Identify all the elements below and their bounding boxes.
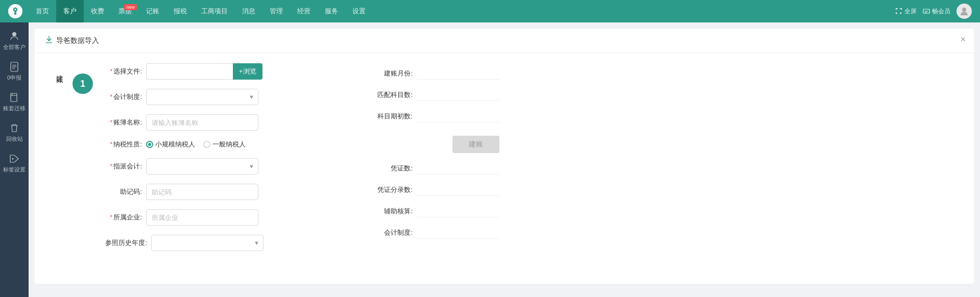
svg-point-6 xyxy=(12,158,14,160)
build-account-btn[interactable]: 建账 xyxy=(452,136,499,153)
nav-home[interactable]: 首页 xyxy=(29,0,56,22)
voucher-records-label: 凭证分录数: xyxy=(367,185,413,194)
form-fields: *选择文件: +浏览 *会计制度: xyxy=(101,63,346,260)
file-icon xyxy=(9,61,20,72)
close-btn[interactable]: × xyxy=(960,35,966,44)
aux-accounting-value xyxy=(417,205,499,217)
nav-items: 首页 客户 收费 票据 new 记账 报税 工商项目 消息 管理 经营 服务 设… xyxy=(29,0,895,22)
account-name-row: *账簿名称: xyxy=(101,114,346,131)
avatar[interactable] xyxy=(957,4,972,19)
assign-accountant-select[interactable] xyxy=(146,158,258,175)
tax-general-option[interactable]: 一般纳税人 xyxy=(203,140,246,149)
right-accounting-system-value xyxy=(417,227,499,239)
file-input[interactable] xyxy=(146,63,233,80)
nav-fee[interactable]: 收费 xyxy=(84,0,111,22)
trash-icon xyxy=(9,122,20,134)
subject-init-row: 科目期初数: xyxy=(367,110,499,122)
company-input[interactable] xyxy=(146,209,258,226)
memo-code-input[interactable] xyxy=(146,184,258,200)
book-icon xyxy=(9,92,20,103)
nav-customer[interactable]: 客户 xyxy=(56,0,84,22)
accounting-system-wrap: ▼ xyxy=(146,89,258,105)
history-year-select[interactable] xyxy=(151,235,264,251)
sidebar-item-label-settings[interactable]: 标签设置 xyxy=(0,149,29,178)
voucher-count-row: 凭证数: xyxy=(367,162,499,175)
history-year-row: 参照历史年度: ▼ xyxy=(101,235,346,251)
assign-accountant-wrap: ▼ xyxy=(146,158,258,175)
svg-point-0 xyxy=(14,9,16,10)
panel-header: 导爸数据导入 × xyxy=(35,29,974,53)
company-row: *所属企业: xyxy=(101,209,346,226)
file-input-wrap: +浏览 xyxy=(146,63,262,80)
nav-invoice[interactable]: 票据 new xyxy=(111,0,139,22)
right-accounting-system-row: 会计制度: xyxy=(367,227,499,239)
form-container: 建账 1 *选择文件: +浏览 xyxy=(35,53,974,270)
tax-nature-row: *纳税性质: 小规模纳税人 一般纳税人 xyxy=(101,140,346,149)
match-subjects-value xyxy=(417,89,499,101)
voucher-records-row: 凭证分录数: xyxy=(367,184,499,196)
main-layout: 全部客户 0申报 账套迁移 回收站 标签设置 xyxy=(0,22,980,297)
sidebar-item-all-customers[interactable]: 全部客户 xyxy=(0,27,29,55)
top-navigation: 首页 客户 收费 票据 new 记账 报税 工商项目 消息 管理 经营 服务 设… xyxy=(0,0,980,22)
file-select-row: *选择文件: +浏览 xyxy=(101,63,346,80)
nav-bookkeeping[interactable]: 记账 xyxy=(139,0,166,22)
history-year-wrap: ▼ xyxy=(151,235,264,251)
step-badge: 1 xyxy=(73,73,93,94)
aux-accounting-row: 辅助核算: xyxy=(367,205,499,217)
nav-service[interactable]: 服务 xyxy=(318,0,345,22)
nav-right-area: 全屏 畅会员 xyxy=(895,4,972,19)
tag-icon xyxy=(9,153,20,164)
match-subjects-row: 匹配科目数: xyxy=(367,89,499,101)
sidebar-item-recycle[interactable]: 回收站 xyxy=(0,118,29,147)
import-icon xyxy=(45,36,53,45)
build-month-row: 建账月份: xyxy=(367,67,499,80)
voucher-records-value xyxy=(417,184,499,196)
sidebar-item-zero-report[interactable]: 0申报 xyxy=(0,57,29,86)
build-month-value xyxy=(417,67,499,80)
tax-small-scale-option[interactable]: 小规模纳税人 xyxy=(146,140,195,149)
main-content: 导爸数据导入 × 建账 1 *选择文件: xyxy=(29,22,980,297)
nav-operation[interactable]: 经营 xyxy=(290,0,318,22)
sidebar-item-account-migration[interactable]: 账套迁移 xyxy=(0,88,29,116)
svg-point-2 xyxy=(962,8,966,12)
account-name-input[interactable] xyxy=(146,114,258,131)
step-label: 建账 xyxy=(55,69,64,71)
radio-circle-general xyxy=(203,141,210,148)
svg-rect-5 xyxy=(11,93,17,102)
page-panel: 导爸数据导入 × 建账 1 *选择文件: xyxy=(35,29,974,284)
right-info-panel: 建账月份: 匹配科目数: 科目期初数: 建账 凭证 xyxy=(367,63,499,260)
browse-btn[interactable]: +浏览 xyxy=(233,63,262,80)
tax-nature-label: *纳税性质: xyxy=(101,140,142,149)
company-label: *所属企业: xyxy=(101,213,142,222)
accounting-system-select[interactable] xyxy=(146,89,258,105)
memo-code-row: 助记码: xyxy=(101,184,346,200)
right-accounting-system-label: 会计制度: xyxy=(367,228,413,237)
nav-tax[interactable]: 报税 xyxy=(166,0,194,22)
accounting-system-label: *会计制度: xyxy=(101,92,142,102)
voucher-count-label: 凭证数: xyxy=(367,164,413,173)
assign-accountant-row: *指派会计: ▼ xyxy=(101,158,346,175)
build-month-label: 建账月份: xyxy=(367,69,413,78)
memo-code-label: 助记码: xyxy=(101,187,142,196)
panel-title: 导爸数据导入 xyxy=(56,36,99,45)
radio-circle-small xyxy=(146,141,153,148)
user-icon xyxy=(9,31,20,42)
member-btn[interactable]: 畅会员 xyxy=(923,7,950,16)
assign-accountant-label: *指派会计: xyxy=(101,162,142,171)
logo-area[interactable] xyxy=(4,0,27,22)
fullscreen-btn[interactable]: 全屏 xyxy=(895,7,917,16)
subject-init-label: 科目期初数: xyxy=(367,112,413,121)
nav-message[interactable]: 消息 xyxy=(235,0,262,22)
form-left-section: 建账 1 *选择文件: +浏览 xyxy=(55,63,346,260)
logo-icon xyxy=(8,4,22,18)
nav-settings[interactable]: 设置 xyxy=(345,0,373,22)
voucher-count-value xyxy=(417,162,499,175)
svg-point-3 xyxy=(12,32,16,36)
file-label: *选择文件: xyxy=(101,67,142,76)
subject-init-value xyxy=(417,110,499,122)
history-year-label: 参照历史年度: xyxy=(101,238,147,247)
new-badge: new xyxy=(124,4,137,10)
aux-accounting-label: 辅助核算: xyxy=(367,207,413,216)
nav-manage[interactable]: 管理 xyxy=(262,0,290,22)
nav-business[interactable]: 工商项目 xyxy=(194,0,235,22)
